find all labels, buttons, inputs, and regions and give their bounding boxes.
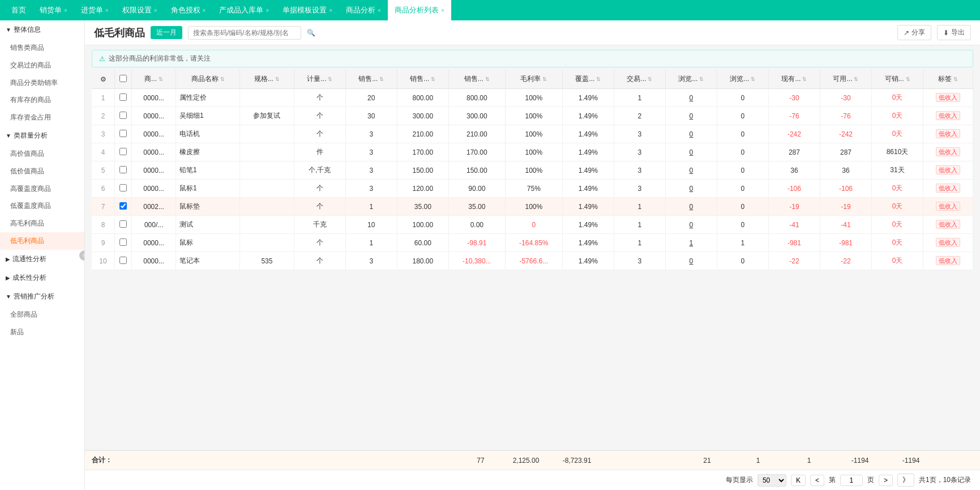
row-checkbox-cell[interactable] [115, 252, 132, 270]
row-name[interactable]: 鼠标垫 [176, 198, 240, 216]
row-checkbox[interactable] [119, 148, 127, 155]
sidebar-item-low-coverage[interactable]: 低覆盖度商品 [0, 197, 84, 215]
per-page-select[interactable]: 50 20 100 [758, 474, 786, 487]
prev-page-button[interactable]: < [810, 475, 824, 486]
row-name[interactable]: 吴细细1 [176, 107, 240, 125]
row-browse1[interactable]: 0 [665, 107, 717, 125]
row-browse1[interactable]: 0 [665, 161, 717, 180]
close-template-icon[interactable]: × [329, 7, 332, 14]
row-checkbox-cell[interactable] [115, 198, 132, 216]
last-page-button[interactable]: 》 [897, 474, 914, 487]
search-icon[interactable]: 🔍 [307, 29, 315, 37]
sidebar-item-low-value[interactable]: 低价值商品 [0, 163, 84, 180]
close-product-warehouse-icon[interactable]: × [266, 7, 269, 14]
row-checkbox[interactable] [119, 112, 127, 119]
row-checkbox[interactable] [119, 238, 127, 246]
row-checkbox-cell[interactable] [115, 125, 132, 143]
next-page-button[interactable]: > [879, 475, 893, 486]
row-checkbox[interactable] [119, 93, 127, 101]
nav-product-warehouse[interactable]: 产成品入库单 × [212, 0, 276, 20]
sidebar-item-sales-goods[interactable]: 销售类商品 [0, 39, 84, 57]
sidebar-section-growth[interactable]: ▶ 成长性分析 [0, 269, 84, 287]
close-product-analysis-icon[interactable]: × [378, 7, 381, 14]
col-tag[interactable]: 标签 ⇅ [923, 70, 973, 89]
col-code[interactable]: 商... ⇅ [132, 70, 176, 89]
col-settings[interactable]: ⚙ [92, 70, 115, 89]
col-browse2[interactable]: 浏览... ⇅ [717, 70, 768, 89]
sidebar-item-stocked-goods[interactable]: 有库存的商品 [0, 91, 84, 109]
nav-template-settings[interactable]: 单据模板设置 × [276, 0, 339, 20]
row-browse1[interactable]: 0 [665, 89, 717, 107]
row-name[interactable]: 鼠标1 [176, 180, 240, 198]
col-sales-qty[interactable]: 销售... ⇅ [345, 70, 397, 89]
close-purchase-order-icon[interactable]: × [105, 7, 109, 14]
row-browse1[interactable]: 0 [665, 125, 717, 143]
row-name[interactable]: 铅笔1 [176, 161, 240, 180]
row-checkbox[interactable] [119, 184, 127, 191]
sidebar-section-circulation[interactable]: ▶ 流通性分析 [0, 250, 84, 269]
search-input[interactable] [188, 26, 301, 40]
close-sales-order-icon[interactable]: × [64, 7, 67, 14]
row-browse1[interactable]: 0 [665, 143, 717, 161]
nav-permission-settings[interactable]: 权限设置 × [115, 0, 164, 20]
col-select-all[interactable] [115, 70, 132, 89]
date-filter-button[interactable]: 近一月 [151, 26, 182, 39]
page-number-input[interactable] [840, 475, 863, 486]
col-cover-rate[interactable]: 覆盖... ⇅ [562, 70, 614, 89]
row-checkbox[interactable] [119, 166, 127, 173]
sidebar-item-high-margin[interactable]: 高毛利商品 [0, 215, 84, 232]
row-browse1[interactable]: 1 [665, 234, 717, 252]
row-checkbox-cell[interactable] [115, 234, 132, 252]
row-name[interactable]: 电话机 [176, 125, 240, 143]
row-name[interactable]: 属性定价 [176, 89, 240, 107]
row-browse1[interactable]: 0 [665, 252, 717, 270]
col-gross-rate[interactable]: 毛利率 ⇅ [505, 70, 562, 89]
nav-home[interactable]: 首页 [5, 0, 33, 20]
col-saleable[interactable]: 可销... ⇅ [872, 70, 923, 89]
close-permission-icon[interactable]: × [154, 7, 157, 14]
sidebar-section-marketing[interactable]: ▼ 营销推广分析 [0, 287, 84, 306]
row-checkbox-cell[interactable] [115, 107, 132, 125]
sidebar-item-all-goods[interactable]: 全部商品 [0, 306, 84, 323]
col-name[interactable]: 商品名称 ⇅ [176, 70, 240, 89]
sidebar-item-high-coverage[interactable]: 高覆盖度商品 [0, 180, 84, 198]
close-product-analysis-list-icon[interactable]: × [441, 7, 444, 14]
col-available[interactable]: 可用... ⇅ [820, 70, 871, 89]
nav-product-analysis[interactable]: 商品分析 × [339, 0, 388, 20]
nav-purchase-order[interactable]: 进货单 × [74, 0, 115, 20]
sidebar-item-low-margin[interactable]: 低毛利商品 [0, 232, 84, 250]
nav-product-analysis-list[interactable]: 商品分析列表 × [388, 0, 451, 20]
col-trade-count[interactable]: 交易... ⇅ [614, 70, 665, 89]
row-checkbox[interactable] [119, 202, 127, 210]
sidebar-item-high-value[interactable]: 高价值商品 [0, 145, 84, 163]
sidebar-item-category-rate[interactable]: 商品分类助销率 [0, 74, 84, 92]
nav-role-auth[interactable]: 角色授权 × [164, 0, 213, 20]
row-name[interactable]: 鼠标 [176, 234, 240, 252]
row-browse1[interactable]: 0 [665, 216, 717, 234]
nav-sales-order[interactable]: 销货单 × [33, 0, 74, 20]
row-checkbox-cell[interactable] [115, 161, 132, 180]
row-name[interactable]: 测试 [176, 216, 240, 234]
row-browse1[interactable]: 0 [665, 180, 717, 198]
export-button[interactable]: ⬇ 导出 [937, 25, 971, 40]
sidebar-section-overall[interactable]: ▼ 整体信息 [0, 20, 84, 39]
row-checkbox-cell[interactable] [115, 89, 132, 107]
col-unit[interactable]: 计量... ⇅ [294, 70, 345, 89]
row-name[interactable]: 橡皮擦 [176, 143, 240, 161]
share-button[interactable]: ↗ 分享 [897, 25, 931, 40]
row-name[interactable]: 笔记本 [176, 252, 240, 270]
col-spec[interactable]: 规格... ⇅ [240, 70, 294, 89]
row-browse1[interactable]: 0 [665, 198, 717, 216]
sidebar-item-traded-goods[interactable]: 交易过的商品 [0, 57, 84, 74]
col-sales-amount[interactable]: 销售... ⇅ [448, 70, 505, 89]
row-checkbox-cell[interactable] [115, 143, 132, 161]
first-page-button[interactable]: K [791, 475, 806, 486]
col-browse1[interactable]: 浏览... ⇅ [665, 70, 717, 89]
row-checkbox[interactable] [119, 130, 127, 137]
row-checkbox-cell[interactable] [115, 180, 132, 198]
row-checkbox[interactable] [119, 257, 127, 264]
sidebar-section-cluster[interactable]: ▼ 类群量分析 [0, 126, 84, 145]
close-role-auth-icon[interactable]: × [203, 7, 206, 14]
col-current-stock[interactable]: 现有... ⇅ [768, 70, 820, 89]
row-checkbox[interactable] [119, 220, 127, 228]
